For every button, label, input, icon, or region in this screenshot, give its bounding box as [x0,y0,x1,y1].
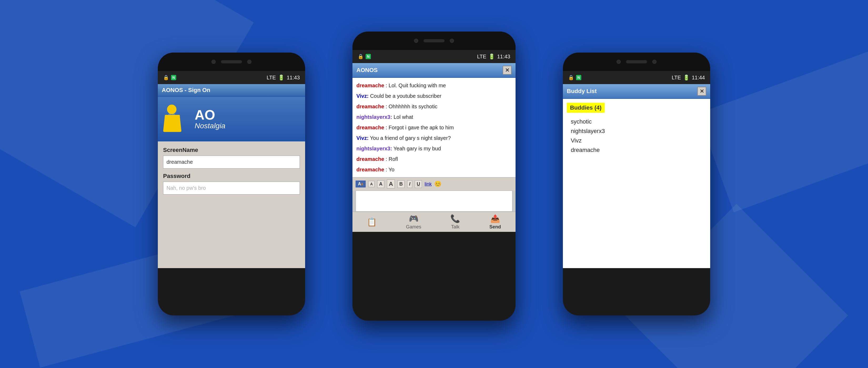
chat-close-btn[interactable]: ✕ [503,66,512,75]
phone-center-top [352,32,516,50]
phone-right-camera [617,60,621,64]
sender-6: Vivz: [356,135,369,141]
chat-msg-7: nightslayerx3: Yeah gary is my bud [356,145,512,152]
network-icon: N [171,75,176,80]
phone-center-screen: AONOS ✕ dreamache : Lol. Quit fucking wi… [352,63,516,232]
phone-left-camera [212,60,216,64]
phone-right-speaker [626,60,647,63]
buddy-item-4[interactable]: dreamache [567,145,706,155]
toolbar-font-medium-btn[interactable]: A [377,180,384,188]
msg-text-3: : Ohhhhhh its sychotic [385,104,437,109]
buddy-close-btn[interactable]: ✕ [697,87,706,96]
phone-right: 🔒 N LTE 🔋 11:44 Buddy List ✕ Buddies (4)… [563,53,710,315]
chat-msg-8: dreamache : Rofl [356,155,512,163]
chat-msg-9: dreamache : Yo [356,166,512,173]
center-statusbar-right: LTE 🔋 11:43 [477,53,510,60]
toolbar-font-color-btn[interactable]: AA [355,180,366,188]
phone-left-camera2 [247,60,251,64]
buddy-title-bar: Buddy List ✕ [563,84,710,99]
chat-msg-3: dreamache : Ohhhhhh its sychotic [356,103,512,110]
buddy-item-2[interactable]: nightslayerx3 [567,127,706,136]
password-input[interactable]: Nah, no pw's bro [163,181,300,195]
right-battery: 🔋 [683,74,690,81]
right-statusbar-right: LTE 🔋 11:44 [672,74,705,81]
talk-icon: 📞 [450,214,460,223]
chat-msg-2: Vivz: Could be a youtube subscriber [356,92,512,100]
phone-left-screen: AONOS - Sign On A AO Nostalgia [158,84,305,268]
ao-person-body [163,115,182,132]
center-signal: LTE [477,54,486,60]
chat-talk-btn[interactable]: 📞 Talk [450,214,460,230]
phone-center-camera2 [450,39,454,43]
toolbar-underline-btn[interactable]: U [415,180,422,188]
sender-9: dreamache [356,167,384,172]
chat-games-btn[interactable]: 🎮 Games [406,214,421,230]
msg-text-5: : Forgot i gave the apk to him [385,125,454,130]
lock-icon: 🔒 [163,75,169,80]
ao-title-big: AO [195,108,225,122]
center-time: 11:43 [497,54,510,60]
buddy-item-1[interactable]: sychotic [567,117,706,127]
buddy-item-3[interactable]: Vivz [567,136,706,145]
sender-4: nightslayerx3: [356,114,392,120]
chat-title: AONOS [356,67,378,74]
right-lock-icon: 🔒 [568,75,574,80]
right-time: 11:44 [692,75,705,81]
chat-bottom-bar: 📋 🎮 Games 📞 Talk 📤 Send [352,211,516,232]
signon-title-bar: AONOS - Sign On [158,84,305,97]
phone-right-statusbar: 🔒 N LTE 🔋 11:44 [563,71,710,84]
signon-form: ScreenName dreamache Password Nah, no pw… [158,141,305,268]
phone-right-screen: Buddy List ✕ Buddies (4) sychotic nights… [563,84,710,268]
phones-container: 🔒 N LTE 🔋 11:43 AONOS - Sign On A [145,26,723,342]
ao-person-arm [179,112,187,119]
msg-text-1: : Lol. Quit fucking with me [385,82,446,88]
center-statusbar-left: 🔒 N [358,54,371,59]
msg-text-6: You a friend of gary s night slayer? [370,135,451,141]
chat-title-bar: AONOS ✕ [352,63,516,78]
phone-right-camera2 [652,60,656,64]
phone-left-statusbar: 🔒 N LTE 🔋 11:43 [158,71,305,84]
toolbar-font-small-btn[interactable]: A [368,181,375,187]
screenname-input[interactable]: dreamache [163,156,300,168]
sender-2: Vivz: [356,93,369,99]
chat-toolbar: AA A A A B I U link 😊 [352,177,516,191]
center-battery: 🔋 [489,53,495,60]
right-network-icon: N [576,75,581,80]
toolbar-bold-btn[interactable]: B [397,180,405,188]
ao-person-head [167,105,177,114]
phone-center-speaker [424,39,444,42]
buddy-title: Buddy List [567,88,597,95]
statusbar-right: LTE 🔋 11:43 [267,74,300,81]
chat-input[interactable] [355,191,513,211]
send-label: Send [489,224,501,230]
ao-title-sub: Nostalgia [195,122,225,130]
ao-title-text: AO Nostalgia [195,108,225,130]
chat-msg-1: dreamache : Lol. Quit fucking with me [356,82,512,89]
chat-send-btn[interactable]: 📤 Send [489,214,501,230]
right-signal: LTE [672,75,681,81]
center-lock-icon: 🔒 [358,54,364,59]
msg-text-8: : Rofl [385,156,398,162]
buddies-header: Buddies (4) [567,103,605,113]
chat-buddy-btn[interactable]: 📋 [367,218,377,227]
sender-1: dreamache [356,82,384,88]
phone-center-statusbar: 🔒 N LTE 🔋 11:43 [352,50,516,63]
signon-title: AONOS - Sign On [162,87,210,93]
toolbar-link-btn[interactable]: link [425,181,432,187]
phone-center: 🔒 N LTE 🔋 11:43 AONOS ✕ dreamache : Lol.… [352,32,516,321]
toolbar-emoji-btn[interactable]: 😊 [434,180,441,188]
buddy-list-content: Buddies (4) sychotic nightslayerx3 Vivz … [563,99,710,268]
talk-label: Talk [451,224,460,230]
signon-logo-area: A AO Nostalgia [158,97,305,141]
toolbar-italic-btn[interactable]: I [407,180,412,188]
sender-5: dreamache [356,125,384,130]
phone-left-speaker [221,60,242,63]
statusbar-left: 🔒 N [163,75,176,80]
phone-right-top [563,53,710,71]
center-network-icon: N [366,54,371,59]
msg-text-4: Lol what [394,114,413,120]
phone-left-top [158,53,305,71]
games-label: Games [406,224,421,230]
toolbar-font-large-btn[interactable]: A [387,179,395,189]
chat-msg-5: dreamache : Forgot i gave the apk to him [356,124,512,131]
